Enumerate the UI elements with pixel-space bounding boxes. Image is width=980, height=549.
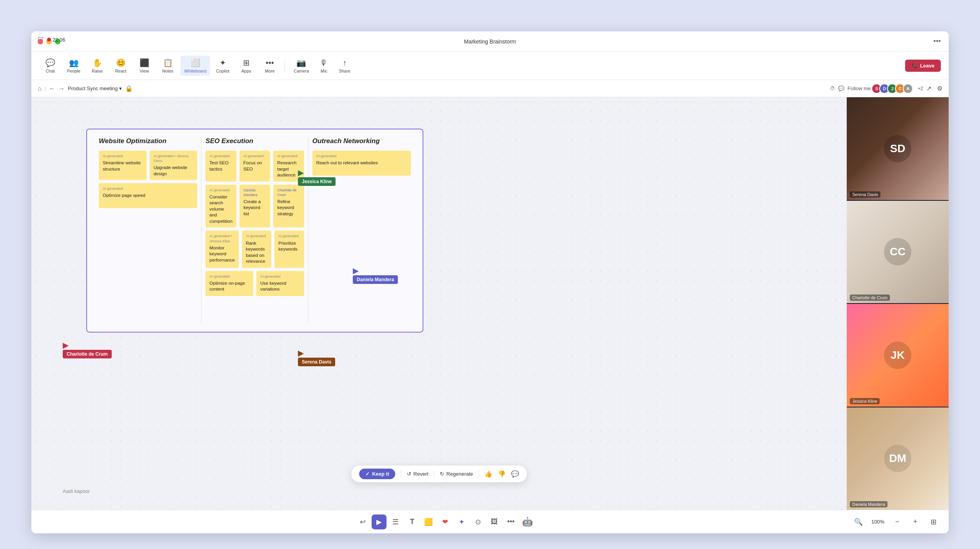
sticky-note[interactable]: AI generated Streamline website structur… — [99, 151, 147, 180]
cursor-label-jessica: Jessica Kline — [298, 177, 336, 186]
bottom-toolbar-right: 🔍 100% − + ⊞ — [851, 514, 941, 529]
feedback-icon[interactable]: 💬 — [511, 470, 519, 478]
tool-heart[interactable]: ❤ — [437, 514, 452, 529]
tool-align[interactable]: ☰ — [388, 514, 403, 529]
toolbar-item-react[interactable]: 😊 React — [110, 56, 132, 76]
tool-paint[interactable]: ✦ — [454, 514, 469, 529]
cursor-label-serena: Serena Davis — [298, 358, 335, 366]
toolbar-item-people[interactable]: 👥 People — [63, 56, 85, 76]
tool-undo[interactable]: ↩ — [355, 514, 370, 529]
tool-text[interactable]: T — [405, 514, 419, 529]
sticky-note[interactable]: AI generated Test SEO tactics — [205, 151, 236, 182]
tool-ai[interactable]: 🤖 — [520, 514, 535, 529]
toolbar-mic[interactable]: 🎙 Mic — [315, 56, 332, 76]
video-bg-1: SD — [847, 97, 949, 200]
toolbar-item-chat[interactable]: 💬 Chat — [39, 56, 61, 76]
sticky-text: Optimize page speed — [103, 193, 145, 198]
video-panel: SD Serena Davis CC Charlotte de Crum JK … — [847, 97, 949, 510]
sticky-note[interactable]: AI generated • Serena Davis Upgrade webs… — [150, 151, 198, 180]
video-tile-jessica: JK Jessica Kline — [847, 304, 949, 407]
revert-button[interactable]: ↺ Revert — [407, 471, 428, 477]
main-toolbar: 🛡 22:06 💬 Chat 👥 People ✋ Raise 😊 React … — [31, 52, 949, 80]
app-window: Marketing Brainstorm ••• 🛡 22:06 💬 Chat … — [31, 31, 949, 533]
column-title-3: Outreach Networking — [312, 137, 411, 145]
whiteboard-canvas[interactable]: Website Optimization AI generated Stream… — [31, 97, 847, 510]
sticky-note[interactable]: AI generated Prioritize keywords — [274, 231, 304, 267]
follow-me-label[interactable]: Follow me — [848, 85, 871, 91]
keep-it-button[interactable]: ✓ Keep it — [359, 469, 395, 479]
tool-sticky[interactable]: 🟨 — [421, 514, 436, 529]
popup-sep-2 — [434, 470, 434, 478]
sticky-tag: AI generated — [103, 186, 193, 191]
bb-sep-1: | — [45, 85, 46, 91]
back-icon[interactable]: ← — [49, 85, 55, 92]
apps-icon: ⊞ — [243, 58, 250, 67]
sticky-tag: AI generated — [243, 154, 266, 158]
settings-icon[interactable]: ⚙ — [937, 85, 942, 92]
sticky-text: Test SEO tactics — [209, 160, 229, 171]
popup-sep-3 — [479, 470, 479, 478]
toolbar-item-whiteboard[interactable]: ⬜ Whiteboard — [180, 56, 210, 76]
home-icon[interactable]: ⌂ — [38, 85, 42, 92]
sticky-note[interactable]: AI generated Optimize page speed — [99, 183, 197, 208]
timer-display: 22:06 — [53, 37, 65, 43]
lock-icon: 🔒 — [125, 85, 133, 92]
sticky-tag: AI generated • Jessica Kline — [209, 234, 235, 243]
ai-popup: ✓ Keep it ↺ Revert ↻ Regenerate 👍 👎 💬 — [351, 465, 527, 482]
sticky-text: Research target audience — [277, 160, 296, 177]
main-content: Website Optimization AI generated Stream… — [31, 97, 949, 510]
toolbar-item-raise[interactable]: ✋ Raise — [86, 56, 108, 76]
zoom-in-button[interactable]: + — [908, 514, 923, 529]
zoom-out-button[interactable]: − — [890, 514, 905, 529]
tool-pointer[interactable]: ▶ — [372, 514, 387, 529]
sticky-tag: AI generated — [209, 188, 232, 193]
titlebar: Marketing Brainstorm ••• — [31, 31, 949, 52]
raise-icon: ✋ — [93, 58, 102, 67]
zoom-search-icon[interactable]: 🔍 — [851, 514, 866, 529]
view-icon: ⬛ — [140, 58, 149, 67]
column-title-1: Website Optimization — [99, 137, 197, 145]
tool-link[interactable]: ⊙ — [470, 514, 485, 529]
tool-image[interactable]: 🖼 — [487, 514, 502, 529]
sticky-note[interactable]: AI generated Optimize on-page content — [205, 271, 253, 296]
leave-button[interactable]: 📞 Leave — [905, 60, 941, 72]
thumbs-up-icon[interactable]: 👍 — [485, 470, 492, 478]
column-outreach: Outreach Networking AI generated Reach o… — [309, 137, 415, 324]
sticky-note[interactable]: AI generated • Jessica Kline Monitor key… — [205, 231, 239, 267]
share-link-icon[interactable]: ↗ — [926, 85, 931, 92]
sticky-text: Focus on SEO — [243, 160, 262, 171]
titlebar-menu[interactable]: ••• — [933, 37, 941, 45]
zoom-fit-button[interactable]: ⊞ — [926, 514, 941, 529]
rec-dot — [47, 38, 51, 42]
toolbar-item-copilot[interactable]: ✦ Copilot — [212, 56, 234, 76]
toolbar-item-apps[interactable]: ⊞ Apps — [235, 56, 257, 76]
sticky-note[interactable]: AI generated Rank keywords based on rele… — [242, 231, 271, 267]
toolbar-right-area: 📞 Leave — [905, 60, 941, 72]
toolbar-item-more[interactable]: ••• More — [259, 56, 281, 76]
tool-more-dots[interactable]: ••• — [503, 514, 518, 529]
regenerate-button[interactable]: ↻ Regenerate — [440, 471, 473, 477]
meeting-title[interactable]: Product Sync meeting ▾ — [68, 85, 122, 91]
sticky-tag: AI generated — [260, 274, 300, 279]
forward-icon[interactable]: → — [58, 85, 65, 92]
toolbar-item-notes[interactable]: 📋 Notes — [157, 56, 179, 76]
sticky-text: Prioritize keywords — [278, 241, 298, 252]
sticky-note[interactable]: AI generated Consider search volume and … — [205, 185, 236, 228]
sticky-note[interactable]: AI generated Use keyword variations — [256, 271, 304, 296]
avatar-5: A — [903, 84, 913, 94]
sticky-text: Reach out to relevant websites — [316, 160, 378, 165]
aadi-label: Aadi kapoor — [63, 488, 90, 494]
sticky-keyword-list[interactable]: Daniela Mandera Create a keyword list — [240, 185, 270, 228]
sticky-note[interactable]: Charlotte de Crum Refine keyword strateg… — [273, 185, 304, 228]
dropdown-icon: ▾ — [119, 85, 122, 91]
checkmark-icon: ✓ — [365, 471, 370, 477]
thumbs-down-icon[interactable]: 👎 — [498, 470, 506, 478]
video-name-2: Charlotte de Crum — [850, 294, 890, 301]
regenerate-icon: ↻ — [440, 471, 444, 477]
toolbar-camera[interactable]: 📷 Camera — [289, 56, 314, 76]
cursor-daniela: ▶ Daniela Mandera — [353, 266, 398, 284]
toolbar-share[interactable]: ↑ Share — [334, 56, 355, 76]
sticky-focus-seo[interactable]: AI generated Focus on SEO — [240, 151, 270, 182]
toolbar-item-view[interactable]: ⬛ View — [133, 56, 155, 76]
cursor-jessica: ▶ Jessica Kline — [298, 168, 336, 186]
